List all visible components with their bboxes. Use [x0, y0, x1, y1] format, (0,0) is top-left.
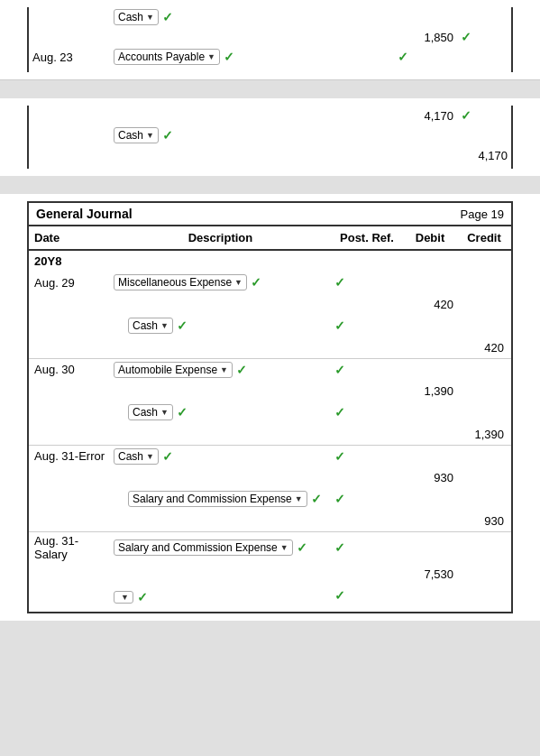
- row-aug31salary-debit: 7,530: [29, 563, 511, 585]
- frag-row-cash: Cash ▼ ✓: [29, 7, 511, 27]
- salary-commission-label-1: Salary and Commission Expense: [133, 493, 292, 505]
- desc-aug31error-salary: Salary and Commission Expense ▼ ✓: [110, 489, 331, 509]
- aug30-cash-dropdown[interactable]: Cash ▼: [128, 404, 173, 420]
- year-label: 20Y8: [29, 251, 511, 272]
- date-aug30: Aug. 30: [29, 361, 110, 378]
- col-credit: Credit: [457, 229, 511, 246]
- credit-misc-empty: [457, 281, 511, 284]
- accounts-payable-dropdown[interactable]: Accounts Payable ▼: [114, 49, 220, 65]
- date-aug31error: Aug. 31-Error: [29, 447, 110, 465]
- aug29-cash-label: Cash: [133, 319, 158, 332]
- salary-commission-arrow-2: ▼: [280, 543, 288, 552]
- aug31error-salary-postref-check: ✓: [334, 492, 345, 506]
- top-fragment-section: Cash ▼ ✓ 1,850 ✓ Aug. 23: [0, 0, 540, 80]
- row-aug29-cash: Cash ▼ ✓ ✓: [29, 315, 511, 337]
- salary-commission-dropdown-1[interactable]: Salary and Commission Expense ▼: [128, 491, 307, 507]
- salary-commission-label-2: Salary and Commission Expense: [118, 541, 278, 554]
- accounts-payable-label: Accounts Payable: [118, 51, 205, 63]
- frag-row-aug23: Aug. 23 Accounts Payable ▼ ✓ ✓: [29, 47, 511, 67]
- aug31error-cash-dropdown[interactable]: Cash ▼: [114, 448, 159, 465]
- column-headers: Date Description Post. Ref. Debit Credit: [29, 226, 511, 251]
- salary-commission-check-2: ✓: [297, 540, 307, 555]
- salary-commission-arrow-1: ▼: [295, 494, 303, 503]
- aug31error-cash-label: Cash: [118, 450, 143, 463]
- gap-2: [0, 176, 540, 194]
- col-postref: Post. Ref.: [331, 229, 403, 246]
- frag-credit-empty: [457, 15, 511, 19]
- auto-expense-label: Automobile Expense: [118, 364, 217, 376]
- aug31error-cash-arrow: ▼: [146, 452, 154, 461]
- frag-postref-empty: [322, 15, 394, 19]
- aug29-cash-check: ✓: [177, 318, 188, 333]
- debit-7530: 7,530: [403, 566, 457, 583]
- postref-misc: ✓: [331, 273, 403, 291]
- frag-check-aug23: ✓: [398, 50, 408, 64]
- aug31salary-postref-check: ✓: [334, 540, 345, 555]
- row-aug31error-credit: 930: [29, 510, 511, 531]
- row-bottom-partial: ▼ ✓ ✓: [29, 585, 511, 606]
- journal-header: General Journal Page 19: [29, 203, 511, 226]
- auto-expense-arrow: ▼: [220, 365, 228, 374]
- row-aug31salary: Aug. 31-Salary Salary and Commission Exp…: [29, 531, 511, 563]
- misc-expense-label: Miscellaneous Expense: [118, 276, 232, 289]
- cash-dropdown-arrow: ▼: [146, 13, 154, 22]
- journal-page: Page 19: [461, 207, 504, 221]
- mid-cash-arrow: ▼: [146, 131, 154, 140]
- bottom-partial-dropdown[interactable]: ▼: [114, 591, 133, 604]
- credit-1390: 1,390: [457, 426, 511, 443]
- auto-expense-dropdown[interactable]: Automobile Expense ▼: [114, 362, 233, 378]
- mid-row-4170-debit: 4,170 ✓: [29, 106, 511, 125]
- frag-debit-empty: [394, 15, 457, 19]
- mid-debit-4170: 4,170: [394, 107, 457, 124]
- misc-expense-arrow: ▼: [234, 278, 243, 287]
- mid-check-4170: ✓: [461, 108, 471, 123]
- row-aug31error-cash: Aug. 31-Error Cash ▼ ✓ ✓: [29, 445, 511, 466]
- mid-cash-label: Cash: [118, 129, 143, 142]
- frag-desc-acctpay: Accounts Payable ▼ ✓: [110, 47, 322, 67]
- bottom-partial-check: ✓: [137, 590, 148, 604]
- accounts-payable-arrow: ▼: [207, 52, 215, 61]
- auto-expense-check: ✓: [236, 363, 247, 377]
- date-aug29: Aug. 29: [29, 274, 110, 291]
- mid-desc-cash: Cash ▼ ✓: [110, 125, 322, 145]
- aug30-cash-arrow: ▼: [160, 408, 169, 417]
- aug30-cash-postref-check: ✓: [334, 405, 345, 419]
- aug29-cash-dropdown[interactable]: Cash ▼: [128, 318, 173, 334]
- frag-desc-cash: Cash ▼ ✓: [110, 7, 322, 27]
- aug30-cash-check: ✓: [177, 405, 188, 419]
- frag-date-empty: [29, 15, 110, 19]
- row-aug31error-debit: 930: [29, 466, 511, 488]
- debit-1390: 1,390: [403, 383, 457, 400]
- col-debit: Debit: [403, 229, 457, 246]
- mid-row-4170-credit: 4,170: [29, 145, 511, 165]
- row-aug29-credit: 420: [29, 337, 511, 358]
- journal-section: General Journal Page 19 Date Description…: [0, 194, 540, 621]
- aug30-cash-label: Cash: [133, 406, 158, 419]
- row-aug29-debit: 420: [29, 293, 511, 315]
- aug31error-cash-check: ✓: [162, 449, 173, 464]
- cash-dropdown[interactable]: Cash ▼: [114, 9, 159, 25]
- misc-expense-dropdown[interactable]: Miscellaneous Expense ▼: [114, 274, 247, 290]
- bottom-partial-arrow: ▼: [121, 593, 129, 602]
- row-aug30-debit: 1,390: [29, 380, 511, 401]
- journal-title: General Journal: [36, 207, 133, 221]
- row-aug30-auto: Aug. 30 Automobile Expense ▼ ✓ ✓: [29, 358, 511, 380]
- accounts-payable-check: ✓: [224, 50, 234, 64]
- frag-date-aug23: Aug. 23: [29, 49, 110, 66]
- auto-postref-check: ✓: [334, 363, 345, 377]
- frag-check-1850: ✓: [461, 30, 471, 44]
- col-date: Date: [29, 229, 110, 246]
- row-aug29-misc: Aug. 29 Miscellaneous Expense ▼ ✓ ✓: [29, 272, 511, 293]
- debit-misc-empty: [403, 281, 457, 284]
- debit-930: 930: [403, 469, 457, 486]
- misc-expense-check: ✓: [251, 275, 261, 290]
- row-aug30-cash: Cash ▼ ✓ ✓: [29, 401, 511, 423]
- salary-commission-dropdown-2[interactable]: Salary and Commission Expense ▼: [114, 539, 293, 556]
- desc-auto-expense: Automobile Expense ▼ ✓: [110, 360, 331, 380]
- col-description: Description: [110, 229, 331, 246]
- desc-bottom-partial: ▼ ✓: [110, 585, 331, 606]
- mid-cash-dropdown[interactable]: Cash ▼: [114, 127, 159, 143]
- credit-930: 930: [457, 512, 511, 530]
- desc-aug30-cash: Cash ▼ ✓: [110, 402, 331, 422]
- credit-420: 420: [457, 339, 511, 356]
